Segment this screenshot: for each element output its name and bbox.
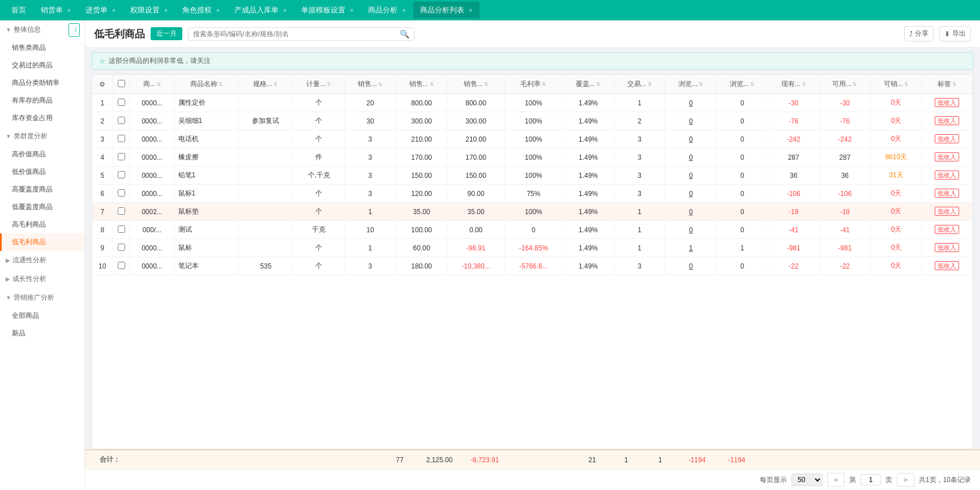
col-settings[interactable]: ⚙ <box>92 75 113 94</box>
row-checkbox[interactable] <box>113 203 130 221</box>
sidebar-item-low-coverage[interactable]: 低覆盖度商品 <box>0 198 84 216</box>
row-select-checkbox[interactable] <box>118 244 125 251</box>
nav-analysis[interactable]: 商品分析 × <box>361 2 412 19</box>
row-checkbox[interactable] <box>113 148 130 167</box>
col-unit[interactable]: 计量...⇅ <box>293 75 345 94</box>
browse-link[interactable]: 0 <box>689 226 693 234</box>
close-products-icon[interactable]: × <box>283 7 286 14</box>
row-checkbox[interactable] <box>113 167 130 185</box>
browse-link[interactable]: 0 <box>689 135 693 143</box>
next-page-btn[interactable]: ＞ <box>897 473 914 487</box>
browse-link[interactable]: 0 <box>689 208 693 216</box>
browse-link[interactable]: 1 <box>689 244 693 252</box>
close-roles-icon[interactable]: × <box>216 7 220 14</box>
row-checkbox[interactable] <box>113 257 130 275</box>
row-checkbox[interactable] <box>113 239 130 257</box>
col-tag[interactable]: 标签⇅ <box>922 75 972 94</box>
row-select-checkbox[interactable] <box>118 171 125 178</box>
browse-link[interactable]: 0 <box>689 190 693 198</box>
row-checkbox[interactable] <box>113 112 130 130</box>
close-analysis-icon[interactable]: × <box>402 7 405 14</box>
close-permissions-icon[interactable]: × <box>164 7 168 14</box>
sidebar-item-category-rate[interactable]: 商品分类助销率 <box>0 74 84 92</box>
search-input[interactable] <box>193 30 400 38</box>
browse-link[interactable]: 0 <box>689 154 693 161</box>
col-gross-margin[interactable]: 毛利率⇅ <box>504 75 562 94</box>
sidebar-group-circulation[interactable]: ▶ 流通性分析 <box>0 251 84 270</box>
sidebar-item-low-value[interactable]: 低价值商品 <box>0 163 84 181</box>
row-select-checkbox[interactable] <box>118 117 125 124</box>
col-name[interactable]: 商品名称⇅ <box>174 75 238 94</box>
close-sales-icon[interactable]: × <box>67 7 71 14</box>
browse-link[interactable]: 0 <box>689 99 693 107</box>
sidebar-item-low-margin[interactable]: 低毛利商品 <box>0 233 84 251</box>
browse-link[interactable]: 0 <box>689 262 693 270</box>
nav-purchase[interactable]: 进货单 × <box>79 2 122 19</box>
close-templates-icon[interactable]: × <box>350 7 353 14</box>
sidebar-item-high-margin[interactable]: 高毛利商品 <box>0 216 84 233</box>
sidebar-item-new-goods[interactable]: 新品 <box>0 325 84 342</box>
col-trade[interactable]: 交易...⇅ <box>614 75 665 94</box>
row-checkbox[interactable] <box>113 94 130 112</box>
nav-roles[interactable]: 角色授权 × <box>176 2 226 19</box>
col-available[interactable]: 可用...⇅ <box>819 75 871 94</box>
row-select-checkbox[interactable] <box>118 189 125 197</box>
prev-page-btn[interactable]: ＜ <box>827 473 845 487</box>
sidebar-item-all-goods[interactable]: 全部商品 <box>0 307 84 325</box>
col-current-stock[interactable]: 现有...⇅ <box>768 75 819 94</box>
row-select-checkbox[interactable] <box>118 153 125 160</box>
col-code[interactable]: 商...⇅ <box>130 75 174 94</box>
share-btn[interactable]: ⤴ 分享 <box>904 26 934 41</box>
nav-permissions[interactable]: 权限设置 × <box>123 2 174 19</box>
col-sale-amount[interactable]: 销售...⇅ <box>447 75 504 94</box>
col-checkbox[interactable] <box>113 75 130 94</box>
row-select-checkbox[interactable] <box>118 135 125 142</box>
date-filter-btn[interactable]: 近一月 <box>151 27 182 40</box>
row-checkbox[interactable] <box>113 221 130 239</box>
sidebar-item-sales-goods[interactable]: 销售类商品 <box>0 39 84 57</box>
row-coverage: 1.49% <box>563 167 614 185</box>
row-select-checkbox[interactable] <box>118 207 125 215</box>
sidebar-item-high-coverage[interactable]: 高覆盖度商品 <box>0 181 84 198</box>
col-spec[interactable]: 规格...⇅ <box>238 75 293 94</box>
row-select-checkbox[interactable] <box>118 225 125 233</box>
col-browse2[interactable]: 浏览...⇅ <box>717 75 768 94</box>
sidebar-group-overall[interactable]: ▼ 整体信息 <box>0 20 46 39</box>
browse-link[interactable]: 0 <box>689 117 693 125</box>
sidebar-group-marketing[interactable]: ▼ 营销推广分析 <box>0 288 84 307</box>
close-purchase-icon[interactable]: × <box>112 7 115 14</box>
row-current-stock: -106 <box>768 185 819 203</box>
export-btn[interactable]: ⬇ 导出 <box>939 26 971 41</box>
nav-sales[interactable]: 销货单 × <box>34 2 78 19</box>
col-sale-price[interactable]: 销售...⇅ <box>396 75 447 94</box>
sidebar-group-growth[interactable]: ▶ 成长性分析 <box>0 270 84 288</box>
sidebar-item-capital[interactable]: 库存资金占用 <box>0 109 84 127</box>
col-browse1[interactable]: 浏览...⇅ <box>665 75 717 94</box>
sidebar-item-traded-goods[interactable]: 交易过的商品 <box>0 57 84 74</box>
nav-templates[interactable]: 单据模板设置 × <box>294 2 360 19</box>
col-coverage[interactable]: 覆盖...⇅ <box>563 75 614 94</box>
row-select-checkbox[interactable] <box>118 99 125 106</box>
sidebar-item-stocked-goods[interactable]: 有库存的商品 <box>0 92 84 109</box>
row-checkbox[interactable] <box>113 185 130 203</box>
nav-analysis-list[interactable]: 商品分析列表 × <box>413 2 479 19</box>
col-sale-qty[interactable]: 销售...⇅ <box>345 75 396 94</box>
row-checkbox[interactable] <box>113 130 130 148</box>
row-select-checkbox[interactable] <box>118 262 125 269</box>
page-input[interactable] <box>861 474 881 485</box>
sidebar-group-cluster[interactable]: ▼ 类群度分析 <box>0 127 84 146</box>
row-browse1: 0 <box>665 257 717 275</box>
per-page-select[interactable]: 50 100 200 <box>791 474 823 486</box>
sidebar-collapse-btn[interactable]: 《 <box>69 23 80 37</box>
col-saleable[interactable]: 可销...⇅ <box>871 75 922 94</box>
close-analysis-list-icon[interactable]: × <box>469 7 472 14</box>
nav-products[interactable]: 产成品入库单 × <box>228 2 293 19</box>
browse-link[interactable]: 0 <box>689 172 693 180</box>
sidebar-item-high-value[interactable]: 高价值商品 <box>0 146 84 163</box>
row-gross-margin: 100% <box>504 130 562 148</box>
nav-home[interactable]: 首页 <box>5 2 33 19</box>
select-all-checkbox[interactable] <box>118 80 125 87</box>
row-gross-margin: 100% <box>504 167 562 185</box>
search-icon[interactable]: 🔍 <box>400 29 409 39</box>
row-saleable: 0天 <box>871 112 922 130</box>
